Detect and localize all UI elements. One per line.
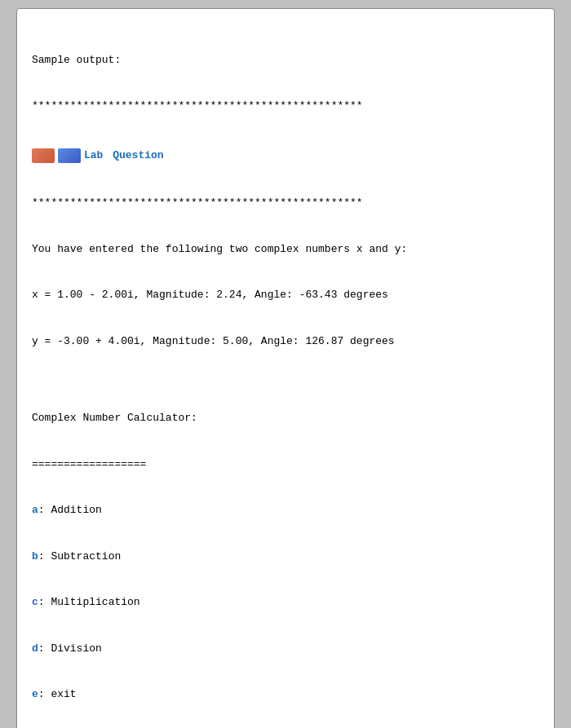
avatar-icon-1 (32, 148, 55, 163)
menu-item-b-1: b: Subtraction (32, 549, 539, 565)
menu-item-d-1: d: Division (32, 642, 539, 657)
stars-1: ****************************************… (32, 99, 539, 114)
question-text: Question (113, 148, 163, 164)
lab-question-text: Lab (84, 148, 109, 164)
lab-question-line: Lab Question (32, 148, 539, 164)
divider-1: ================== (32, 457, 539, 473)
intro-line-2: x = 1.00 - 2.00i, Magnitude: 2.24, Angle… (32, 288, 539, 303)
avatar-icon-2 (58, 148, 81, 163)
stars-2: ****************************************… (32, 196, 539, 211)
header-label: Sample output: (32, 53, 539, 68)
calc-title: Complex Number Calculator: (32, 411, 539, 426)
intro-line-1: You have entered the following two compl… (32, 242, 539, 258)
terminal-window: Sample output: *************************… (16, 8, 555, 728)
menu-item-e-1: e: exit (32, 687, 539, 703)
intro-line-3: y = -3.00 + 4.00i, Magnitude: 5.00, Angl… (32, 334, 539, 350)
menu-item-c-1: c: Multiplication (32, 595, 539, 611)
terminal-content: Sample output: *************************… (32, 22, 539, 728)
menu-item-a-1: a: Addition (32, 503, 539, 518)
